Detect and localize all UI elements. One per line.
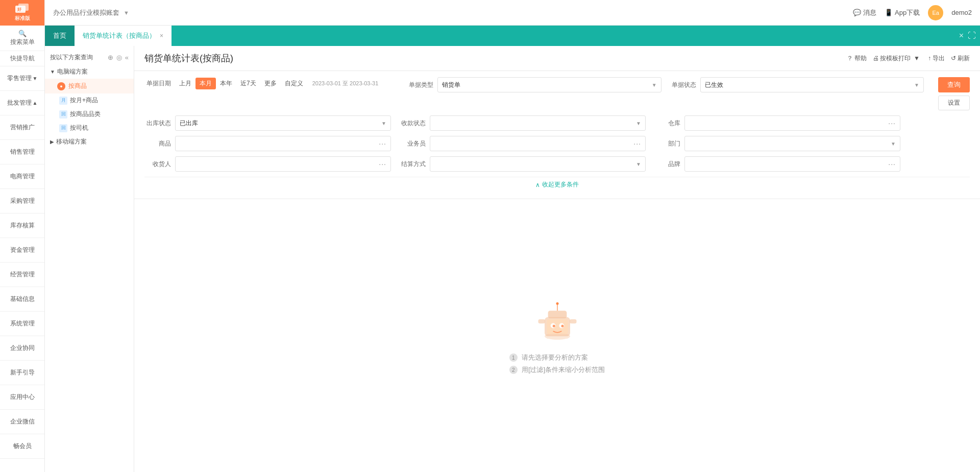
sidebar-item-enterprise[interactable]: 企业协同 (0, 336, 44, 361)
sidebar-item-marketing[interactable]: 营销推广 (0, 115, 44, 140)
help-btn[interactable]: ？ 帮助 (847, 54, 867, 63)
empty-tips: 1 请先选择要分析的方案 2 用[过滤]条件来缩小分析范围 (509, 353, 605, 377)
add-scheme-icon[interactable]: ⊕ (108, 54, 113, 61)
left-panel-icons: ⊕ ◎ « (108, 54, 129, 61)
sidebar-item-newbie[interactable]: 新手引导 (0, 361, 44, 385)
industry-label: 办公用品行业模拟账套 (53, 8, 119, 17)
tip-text-1: 请先选择要分析的方案 (522, 353, 588, 362)
sidebar-item-wechat[interactable]: 企业微信 (0, 410, 44, 434)
dept-control[interactable]: ▼ (684, 136, 900, 151)
app-download-icon: 📱 (885, 9, 893, 16)
sidebar-item-retail[interactable]: 零售管理 ▼ (0, 66, 44, 91)
svg-point-9 (561, 325, 564, 327)
scheme-item-label: 按商品 (68, 82, 87, 90)
page-actions: ？ 帮助 🖨 按模板打印 ▼ ↑ 导出 ↺ (847, 54, 970, 63)
sidebar-item-ecommerce[interactable]: 电商管理 (0, 164, 44, 189)
svg-text:好: 好 (17, 7, 22, 12)
edit-scheme-icon[interactable]: ◎ (116, 54, 122, 61)
help-label: 帮助 (854, 54, 867, 63)
receiver-control[interactable]: ··· (175, 156, 391, 172)
export-btn[interactable]: ↑ 导出 (928, 54, 945, 63)
empty-state: 1 请先选择要分析的方案 2 用[过滤]条件来缩小分析范围 (134, 199, 980, 472)
sidebar-item-finance[interactable]: 资金管理 (0, 238, 44, 263)
brand-label: 品牌 (654, 160, 680, 169)
staff-dots: ··· (633, 139, 641, 148)
doc-status-label: 单据状态 (670, 81, 696, 89)
out-status-control[interactable]: 已出库 ▼ (175, 115, 391, 131)
scheme-sub-item-month-product[interactable]: 月 按月+商品 (45, 93, 134, 107)
collapse-icon: ∧ (535, 181, 540, 188)
brand-control[interactable]: ··· (684, 156, 900, 172)
desktop-group-header[interactable]: ▼ 电脑端方案 (45, 65, 134, 79)
query-button[interactable]: 查询 (938, 77, 970, 92)
settlement-control[interactable]: ▼ (430, 156, 646, 172)
scheme-sub-item-category[interactable]: 回 按商品品类 (45, 107, 134, 121)
tab-home[interactable]: 首页 (45, 26, 75, 46)
user-avatar[interactable]: Ea (928, 5, 943, 20)
tab-active[interactable]: 销货单统计表（按商品） × (75, 26, 172, 46)
warehouse-control[interactable]: ··· (684, 115, 900, 131)
date-btn-more[interactable]: 更多 (260, 77, 281, 90)
sidebar-item-purchase[interactable]: 采购管理 (0, 189, 44, 214)
sidebar-item-wholesale[interactable]: 批发管理 ▲ (0, 91, 44, 115)
receipt-status-control[interactable]: ▼ (430, 115, 646, 131)
date-btn-this-year[interactable]: 本年 (216, 77, 236, 90)
date-btn-custom[interactable]: 自定义 (281, 77, 307, 90)
empty-illustration (532, 294, 583, 345)
content-area: 按以下方案查询 ⊕ ◎ « ▼ 电脑端方案 ● 按商品 月 (45, 46, 980, 472)
tab-bar-actions: × ⛶ (959, 31, 980, 40)
refresh-label: 刷新 (958, 54, 970, 63)
scheme-sub-item-driver[interactable]: 回 按司机 (45, 121, 134, 135)
svg-rect-14 (570, 319, 576, 323)
collapse-bar[interactable]: ∧ 收起更多条件 (144, 177, 970, 192)
out-status-label: 出库状态 (144, 119, 171, 128)
sidebar-item-sales[interactable]: 销售管理 (0, 140, 44, 164)
sidebar-item-operation[interactable]: 经营管理 (0, 263, 44, 287)
sidebar-item-member[interactable]: 畅会员 (0, 434, 44, 459)
date-btn-last-month[interactable]: 上月 (175, 77, 195, 90)
doc-status-control[interactable]: 已生效 ▼ (700, 77, 924, 92)
filter-area: 单据日期 上月 本月 本年 近7天 更多 自定义 2023-03-01 至 20… (134, 71, 980, 198)
tab-maximize-icon[interactable]: ⛶ (968, 31, 976, 40)
print-dropdown-arrow[interactable]: ▼ (912, 54, 922, 63)
mobile-group-header[interactable]: ▶ 移动端方案 (45, 135, 134, 149)
refresh-icon: ↺ (951, 55, 956, 62)
doc-type-control[interactable]: 销货单 ▼ (437, 77, 661, 92)
refresh-btn[interactable]: ↺ 刷新 (951, 54, 970, 63)
out-status-value: 已出库 (180, 119, 198, 128)
product-dots: ··· (379, 139, 386, 148)
tip-num-1: 1 (509, 353, 518, 362)
date-btn-7days[interactable]: 近7天 (236, 77, 260, 90)
sidebar-item-appcenter[interactable]: 应用中心 (0, 385, 44, 410)
quick-nav-item[interactable]: 快捷导航 (0, 51, 44, 66)
message-btn[interactable]: 💬 消息 (853, 8, 876, 17)
sidebar-item-system[interactable]: 系统管理 (0, 312, 44, 336)
tab-minimize-icon[interactable]: × (959, 31, 964, 40)
print-btn[interactable]: 🖨 按模板打印 ▼ (873, 54, 922, 63)
tab-close-icon[interactable]: × (160, 32, 163, 39)
collapse-panel-icon[interactable]: « (125, 54, 129, 61)
app-logo[interactable]: 好 标准版 (0, 0, 44, 26)
settlement-label: 结算方式 (399, 160, 426, 169)
sidebar-item-basic[interactable]: 基础信息 (0, 287, 44, 312)
date-label: 单据日期 (144, 79, 171, 88)
search-menu-item[interactable]: 🔍 搜索菜单 (0, 26, 44, 51)
print-icon: 🖨 (873, 55, 879, 62)
industry-dropdown-arrow[interactable]: ▼ (124, 10, 129, 16)
doc-type-arrow: ▼ (652, 82, 657, 88)
product-label: 商品 (144, 139, 171, 148)
staff-control[interactable]: ··· (430, 136, 646, 151)
scheme-item-by-product[interactable]: ● 按商品 (45, 79, 134, 93)
warehouse-dots: ··· (888, 119, 896, 127)
desktop-group-arrow: ▼ (50, 69, 55, 75)
app-download-btn[interactable]: 📱 App下载 (885, 8, 920, 17)
svg-point-12 (556, 302, 558, 305)
sidebar-item-inventory[interactable]: 库存核算 (0, 214, 44, 238)
page-title-row: 销货单统计表(按商品) ？ 帮助 🖨 按模板打印 ▼ ↑ (144, 52, 970, 64)
empty-tip-1: 1 请先选择要分析的方案 (509, 353, 605, 362)
date-btn-this-month[interactable]: 本月 (195, 78, 216, 89)
date-filter: 上月 本月 本年 近7天 更多 自定义 (175, 77, 307, 90)
product-control[interactable]: ··· (175, 136, 391, 151)
left-panel-title: 按以下方案查询 (50, 53, 93, 62)
settings-button[interactable]: 设置 (938, 96, 970, 110)
